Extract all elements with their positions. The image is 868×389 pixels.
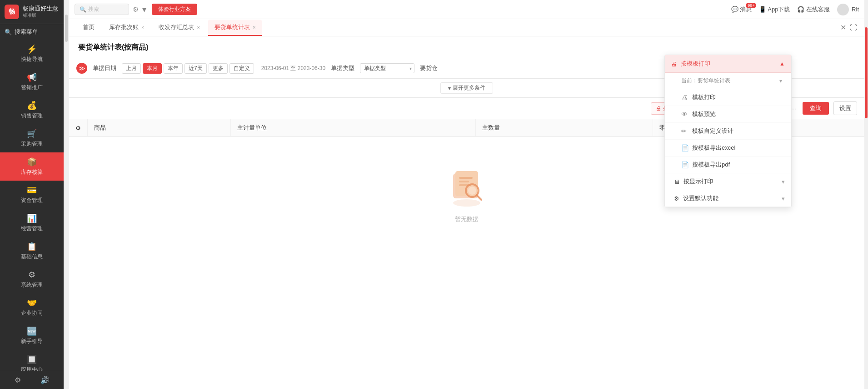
print-current-arrow: ▾ [779,78,782,84]
date-btn-more[interactable]: 更多 [209,63,228,74]
col-settings-icon[interactable]: ⚙ [75,125,81,131]
nav-label-operations: 经营管理 [21,225,43,232]
topbar: 🔍 搜索 ⚙ ▾ 体验行业方案 💬 消息 99+ 📱 App下载 🎧 在线客服 … [69,0,864,19]
sidebar-item-finance[interactable]: 💳资金管理 [0,181,64,209]
display-print-label: 按显示打印 [683,177,713,186]
export-excel-label: 按模板导出excel [692,144,735,152]
audio-icon[interactable]: 🔊 [40,376,50,384]
sidebar-item-purchase[interactable]: 🛒采购管理 [0,124,64,152]
nav-icon-sales: 💰 [27,101,37,111]
sidebar-item-system[interactable]: ⚙系统管理 [0,265,64,293]
date-btn-this-month[interactable]: 本月 [143,63,162,74]
tab-order-stats[interactable]: 要货单统计表 × [208,20,262,36]
date-btn-last-month[interactable]: 上月 [122,63,141,74]
nav-label-quick-nav: 快捷导航 [21,56,43,63]
avatar-img [837,4,849,15]
tab-close-all-icon[interactable]: ✕ [840,23,846,32]
tab-receipt-summary-close[interactable]: × [197,25,200,30]
print-item-export-pdf[interactable]: 📄 按模板导出pdf [665,157,791,173]
nav-icon-guide: 🆕 [27,326,37,336]
date-range-display: 2023-06-01 至 2023-06-30 [261,65,325,72]
print-item-template-preview[interactable]: 👁 模板预览 [665,106,791,123]
settings-btn[interactable]: 设置 [833,101,857,115]
main-area: 🔍 搜索 ⚙ ▾ 体验行业方案 💬 消息 99+ 📱 App下载 🎧 在线客服 … [69,0,864,389]
template-design-icon: ✏ [681,127,688,135]
online-service-btn[interactable]: 🎧 在线客服 [797,5,830,14]
nav-label-system: 系统管理 [21,281,43,289]
date-btn-custom[interactable]: 自定义 [229,63,254,74]
col-product: 商品 [88,119,231,137]
message-badge: 99+ [746,3,756,8]
service-icon: 🎧 [797,6,804,13]
nav-icon-system: ⚙ [28,270,35,280]
empty-text: 暂无数据 [455,215,479,223]
page-title: 要货单统计表(按商品) [78,43,855,52]
print-dropdown-collapse-icon[interactable]: ▲ [779,61,785,67]
sidebar-item-sales[interactable]: 💰销售管理 [0,96,64,124]
tab-maximize-icon[interactable]: ⛶ [850,24,857,32]
tab-receipt-summary[interactable]: 收发存汇总表 × [152,20,206,36]
print-item-template-design[interactable]: ✏ 模板自定义设计 [665,123,791,140]
right-scrollbar[interactable] [864,0,868,389]
user-avatar[interactable]: Rit [837,4,859,15]
topbar-right: 💬 消息 99+ 📱 App下载 🎧 在线客服 Rit [731,4,859,15]
order-type-select[interactable]: 单据类型 [360,63,414,73]
service-label: 在线客服 [806,6,830,13]
topbar-search-icon: 🔍 [80,6,86,13]
print-item-export-excel[interactable]: 📄 按模板导出excel [665,140,791,157]
topbar-gear-icon[interactable]: ⚙ [133,5,139,14]
tab-inventory-batch[interactable]: 库存批次账 × [103,20,150,36]
order-type-label: 单据类型 [331,64,354,72]
sidebar-scrollbar[interactable] [64,0,69,389]
sidebar-item-marketing[interactable]: 📢营销推广 [0,68,64,96]
sidebar-search[interactable]: 🔍 搜索菜单 [0,24,64,40]
col-settings[interactable]: ⚙ [69,119,88,137]
sidebar-item-inventory[interactable]: 📦库存核算 [0,152,64,181]
username-label: Rit [852,6,859,13]
settings-icon[interactable]: ⚙ [15,376,21,384]
topbar-search[interactable]: 🔍 搜索 [75,4,129,15]
sidebar-item-basic-info[interactable]: 📋基础信息 [0,237,64,265]
print-section-display-print[interactable]: 🖥 按显示打印 ▾ [665,173,791,190]
message-btn[interactable]: 💬 消息 99+ [731,5,752,14]
tab-order-stats-label: 要货单统计表 [215,23,250,31]
nav-label-finance: 资金管理 [21,197,43,204]
nav-label-enterprise: 企业协同 [21,309,43,317]
nav-icon-app-center: 🔲 [27,354,37,364]
print-dropdown-current[interactable]: 当前：要货单统计表 ▾ [665,73,791,89]
col-unit: 主计量单位 [231,119,476,137]
template-preview-icon: 👁 [681,111,688,118]
date-btn-7days[interactable]: 近7天 [185,63,207,74]
app-download-btn[interactable]: 📱 App下载 [759,5,790,14]
sidebar: 畅 畅康通好生意 标准版 🔍 搜索菜单 ⚡快捷导航📢营销推广💰销售管理🛒采购管理… [0,0,64,389]
sidebar-item-app-center[interactable]: 🔲应用中心 [0,350,64,371]
print-section-set-default[interactable]: ⚙ 设置默认功能 ▾ [665,190,791,207]
filter-expand-btn[interactable]: ≫ [76,63,87,74]
tab-home-label: 首页 [83,23,95,31]
export-pdf-icon: 📄 [681,161,688,168]
sidebar-item-enterprise[interactable]: 🤝企业协同 [0,293,64,322]
warehouse-label: 要货仓 [420,64,438,72]
tab-inventory-batch-close[interactable]: × [141,25,144,30]
nav-label-app-center: 应用中心 [21,366,43,371]
trial-btn[interactable]: 体验行业方案 [152,4,197,15]
print-dropdown-header[interactable]: 🖨 按模板打印 ▲ [665,55,791,73]
template-preview-label: 模板预览 [692,110,716,118]
date-btn-this-year[interactable]: 本年 [164,63,183,74]
tab-order-stats-close[interactable]: × [253,25,255,30]
tab-home[interactable]: 首页 [76,20,101,36]
query-btn[interactable]: 查询 [803,102,829,115]
sidebar-item-guide[interactable]: 🆕新手引导 [0,322,64,350]
sidebar-logo: 畅 畅康通好生意 标准版 [0,0,64,24]
nav-icon-basic-info: 📋 [27,242,37,252]
sidebar-item-quick-nav[interactable]: ⚡快捷导航 [0,40,64,68]
expand-more-btn[interactable]: ▾ 展开更多条件 [440,82,493,94]
set-default-icon: ⚙ [674,195,679,202]
sidebar-item-operations[interactable]: 📊经营管理 [0,209,64,237]
nav-label-purchase: 采购管理 [21,140,43,148]
print-item-template-print[interactable]: 🖨 模板打印 [665,89,791,106]
svg-point-0 [453,199,480,207]
topbar-dropdown-icon[interactable]: ▾ [142,5,146,15]
print-dropdown: 🖨 按模板打印 ▲ 当前：要货单统计表 ▾ 🖨 模板打印 👁 模板预览 ✏ 模板… [664,55,792,207]
tabs-bar: 首页 库存批次账 × 收发存汇总表 × 要货单统计表 × ✕ ⛶ [69,19,864,36]
